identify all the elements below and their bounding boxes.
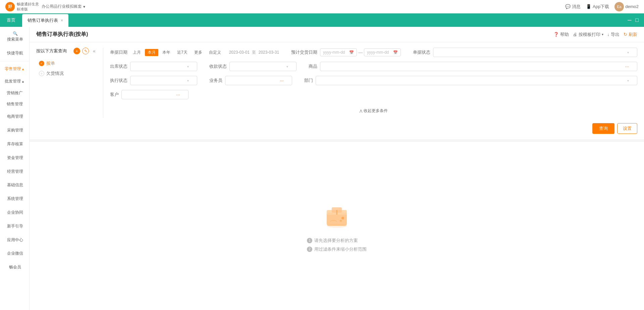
salesperson-dots-icon[interactable]: ··· [280,78,284,83]
refresh-button[interactable]: ↻ 刷新 [624,32,637,38]
download-icon: 📱 [586,4,591,9]
filter-field-date: 单据日期 上月 本月 本年 近7天 更多 自定义 [110,49,224,56]
date-tab-thismonth[interactable]: 本月 [145,49,158,56]
filter-section-wrapper: 按以下方案查询 + ✎ « ✓ 按单 ○ 欠货情况 [30,42,644,139]
sidebar-item-sales[interactable]: 销售管理 [0,99,29,110]
help-icon: ❓ [553,32,559,37]
filter-row-1: 单据日期 上月 本月 本年 近7天 更多 自定义 [110,48,637,57]
sidebar-item-marketing[interactable]: 营销推广 [0,88,29,99]
expected-date-end-input[interactable]: yyyy-mm-dd 📅 [364,48,401,56]
message-icon: 💬 [565,4,571,9]
minimize-button[interactable]: ─ [628,17,631,23]
empty-icon [320,197,354,231]
tab-close-icon[interactable]: × [61,18,63,23]
filter-field-department: 部门 ▾ [304,76,637,85]
breadcrumb[interactable]: 办公用品行业模拟账套 ▾ [42,4,85,9]
print-arrow-icon: ▾ [602,33,603,36]
sidebar-item-wechat[interactable]: 企业微信 [0,247,29,260]
sidebar-item-corp[interactable]: 企业协同 [0,206,29,219]
filter-buttons-row: 查询 设置 [30,123,644,139]
filter-field-status: 单据状态 ▾ [413,48,637,57]
date-range-value: 2023-03-01 至 2023-03-31 [229,50,279,55]
sidebar: 🔍 搜索菜单 快捷导航 零售管理 ▲ 批发管理 ▲ 营销推广 销售管理 电商管理… [0,27,30,310]
date-tab-thisyear[interactable]: 本年 [160,49,173,56]
customer-dots-icon[interactable]: ··· [176,92,180,97]
top-bar: 好 畅捷通好生意 标准版 办公用品行业模拟账套 ▾ 💬 消息 📱 App下载 E… [0,0,644,13]
svg-point-5 [341,217,344,219]
add-scheme-button[interactable]: + [73,48,80,54]
user-menu[interactable]: Ea demo2 [614,2,639,11]
avatar: Ea [614,2,624,11]
settings-button[interactable]: 设置 [617,123,637,134]
goods-select[interactable]: ··· [320,62,637,71]
app-download-button[interactable]: 📱 App下载 [586,4,609,10]
status-select[interactable]: ▾ [433,48,637,57]
tab-home[interactable]: 首页 [0,13,22,27]
scheme-active-icon: ✓ [39,61,44,66]
sidebar-item-inventory[interactable]: 库存核算 [0,137,29,151]
filter-section: 按以下方案查询 + ✎ « ✓ 按单 ○ 欠货情况 [30,42,644,123]
sidebar-item-search[interactable]: 🔍 搜索菜单 [0,27,29,46]
calendar-icon: 📅 [349,50,354,55]
filter-left: 按以下方案查询 + ✎ « ✓ 按单 ○ 欠货情况 [36,48,103,118]
salesperson-select[interactable]: ··· [225,76,292,85]
sidebar-item-system[interactable]: 系统管理 [0,192,29,206]
dept-arrow-icon: ▾ [627,79,629,83]
filter-right: 单据日期 上月 本月 本年 近7天 更多 自定义 [103,48,637,118]
sidebar-item-member[interactable]: 畅会员 [0,260,29,274]
sidebar-item-ecommerce[interactable]: 电商管理 [0,110,29,123]
filter-field-salesperson: 业务员 ··· [209,76,292,85]
execution-status-select[interactable]: ▾ [130,76,197,85]
page-header: 销售订单执行表(按单) ❓ 帮助 🖨 按模板打印 ▾ ↓ 导出 ↻ 刷新 [30,27,644,42]
query-button[interactable]: 查询 [592,123,614,134]
collapse-more-row: ⋀ 收起更多条件 [110,104,637,118]
filter-row-3: 执行状态 ▾ 业务员 ··· [110,76,637,85]
sidebar-item-retail[interactable]: 零售管理 ▲ [0,63,29,75]
expected-date-start-input[interactable]: yyyy-mm-dd 📅 [320,48,357,56]
sidebar-item-wholesale[interactable]: 批发管理 ▲ [0,75,29,88]
sidebar-item-apps[interactable]: 应用中心 [0,233,29,247]
sidebar-item-finance[interactable]: 资金管理 [0,151,29,165]
sidebar-item-newbie[interactable]: 新手引导 [0,219,29,233]
date-tab-custom[interactable]: 自定义 [206,49,224,56]
tab-sales-execution[interactable]: 销售订单执行表 × [22,14,68,27]
sidebar-divider [0,61,29,61]
goods-dots-icon[interactable]: ··· [625,64,629,69]
sidebar-item-operations[interactable]: 经营管理 [0,165,29,178]
filter-field-daterange: 2023-03-01 至 2023-03-31 [229,50,279,55]
page-title: 销售订单执行表(按单) [36,31,88,42]
filter-left-icons: + ✎ « [73,48,98,54]
date-tab-lastmonth[interactable]: 上月 [130,49,144,56]
template-print-button[interactable]: 🖨 按模板打印 ▾ [573,32,603,38]
customer-select[interactable]: ··· [121,90,189,99]
scheme-item-按单[interactable]: ✓ 按单 [36,58,98,68]
message-button[interactable]: 💬 消息 [565,4,581,10]
empty-text: 1 请先选择要分析的方案 2 用过滤条件来缩小分析范围 [307,238,367,255]
date-tab-more[interactable]: 更多 [192,49,205,56]
payment-status-select[interactable]: ▾ [229,62,297,71]
tab-bar: 首页 销售订单执行表 × ─ □ [0,13,644,27]
main-layout: 🔍 搜索菜单 快捷导航 零售管理 ▲ 批发管理 ▲ 营销推广 销售管理 电商管理… [0,27,644,310]
sidebar-item-basic[interactable]: 基础信息 [0,178,29,192]
filter-field-delivery: 出库状态 ▾ [110,62,197,71]
collapse-more-button[interactable]: ⋀ 收起更多条件 [360,105,388,115]
top-bar-right: 💬 消息 📱 App下载 Ea demo2 [565,2,639,11]
date-tab-7days[interactable]: 近7天 [174,49,190,56]
collapse-scheme-button[interactable]: « [91,48,98,54]
filter-field-customer: 客户 ··· [110,90,189,99]
export-icon: ↓ [607,32,610,37]
maximize-button[interactable]: □ [635,17,639,23]
filter-left-header: 按以下方案查询 + ✎ « [36,48,98,54]
logo-text: 畅捷通好生意 标准版 [17,2,39,11]
scheme-inactive-icon: ○ [39,71,44,76]
sidebar-item-quicknav[interactable]: 快捷导航 [0,46,29,60]
edit-scheme-button[interactable]: ✎ [82,48,89,54]
payment-arrow-icon: ▾ [286,65,288,68]
department-select[interactable]: ▾ [316,76,637,85]
help-button[interactable]: ❓ 帮助 [553,32,569,38]
scheme-item-欠货情况[interactable]: ○ 欠货情况 [36,68,98,79]
export-button[interactable]: ↓ 导出 [607,32,620,38]
sidebar-item-purchase[interactable]: 采购管理 [0,123,29,137]
delivery-status-select[interactable]: ▾ [130,62,197,71]
print-icon: 🖨 [573,32,577,37]
